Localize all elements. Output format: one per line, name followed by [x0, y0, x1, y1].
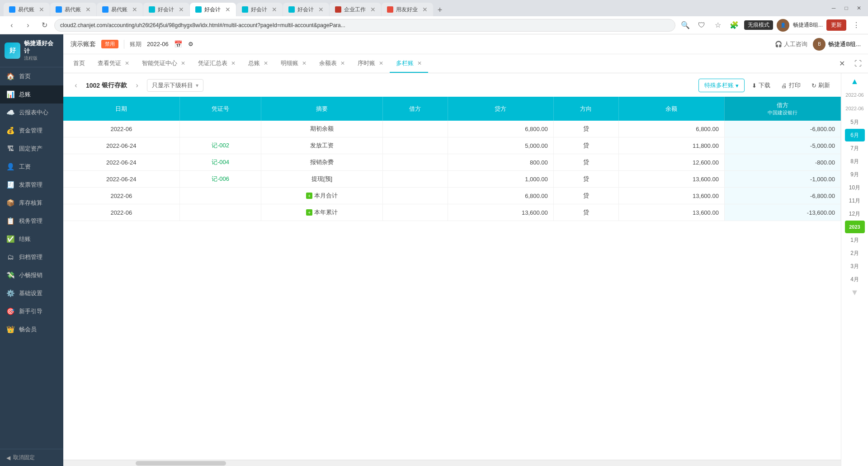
month-item-2[interactable]: 7月	[845, 142, 865, 155]
sidebar-item-畅会员[interactable]: 👑畅会员	[0, 320, 63, 339]
download-button[interactable]: ⬇ 下载	[748, 79, 774, 92]
tab-close-3[interactable]: ✕	[179, 6, 184, 13]
tab-close-2[interactable]: ✕	[132, 6, 137, 13]
more-menu-icon[interactable]: ⋮	[850, 19, 863, 32]
sidebar-item-库存核算[interactable]: 📦库存核算	[0, 194, 63, 212]
browser-tab-8[interactable]: 用友好业✕	[382, 3, 433, 16]
sidebar-item-结账[interactable]: ✅结账	[0, 230, 63, 248]
tab-expand-button[interactable]: ⛶	[852, 57, 864, 70]
star-icon[interactable]: ☆	[712, 19, 724, 32]
forward-button[interactable]: ›	[22, 19, 34, 32]
new-tab-button[interactable]: +	[434, 4, 446, 16]
month-item-12[interactable]: 4月	[845, 273, 865, 286]
month-item-8[interactable]: 2023	[845, 221, 865, 233]
calendar-icon[interactable]: 📅	[174, 40, 183, 48]
shield-icon[interactable]: 🛡	[695, 19, 708, 32]
top-user[interactable]: B 畅捷通B组...	[813, 38, 861, 51]
month-item-0[interactable]: 5月	[845, 116, 865, 128]
tab-close-7[interactable]: ✕	[370, 6, 376, 13]
refresh-button[interactable]: ↻ 刷新	[808, 79, 834, 92]
page-tab-close-2[interactable]: ✕	[181, 60, 185, 66]
page-tab-查看凭证[interactable]: 查看凭证✕	[91, 55, 136, 73]
month-item-6[interactable]: 11月	[845, 194, 865, 207]
month-item-3[interactable]: 8月	[845, 155, 865, 168]
browser-user-avatar[interactable]: 👤	[777, 19, 789, 32]
page-tab-余额表[interactable]: 余额表✕	[313, 55, 351, 73]
browser-tab-2[interactable]: 易代账✕	[97, 3, 143, 16]
page-tab-首页[interactable]: 首页	[67, 55, 91, 73]
page-tab-close-7[interactable]: ✕	[379, 60, 383, 66]
special-multi-btn[interactable]: 特殊多栏账 ▾	[698, 79, 745, 92]
cell-voucher-1[interactable]: 记-002	[179, 137, 261, 154]
browser-tab-3[interactable]: 好会计✕	[143, 3, 189, 16]
month-item-1[interactable]: 6月	[845, 129, 865, 141]
month-item-7[interactable]: 12月	[845, 207, 865, 220]
close-button[interactable]: ✕	[854, 3, 864, 14]
page-tab-close-5[interactable]: ✕	[302, 60, 307, 66]
sidebar-item-首页[interactable]: 🏠首页	[0, 67, 63, 85]
minimize-button[interactable]: ─	[828, 3, 839, 14]
sidebar-footer[interactable]: ◀ 取消固定	[0, 449, 63, 466]
sidebar-item-总账[interactable]: 📊总账	[0, 85, 63, 104]
sidebar-item-税务管理[interactable]: 📋税务管理	[0, 212, 63, 230]
tab-close-8[interactable]: ✕	[422, 6, 428, 13]
browser-tab-0[interactable]: 易代账✕	[4, 3, 50, 16]
next-account-button[interactable]: ›	[132, 80, 142, 91]
sidebar-item-工资[interactable]: 👤工资	[0, 158, 63, 176]
page-tab-总账[interactable]: 总账✕	[242, 55, 274, 73]
sidebar-item-资金管理[interactable]: 💰资金管理	[0, 122, 63, 140]
print-button[interactable]: 🖨 打印	[778, 79, 804, 92]
page-tab-close-3[interactable]: ✕	[231, 60, 236, 66]
browser-tab-1[interactable]: 易代账✕	[50, 3, 96, 16]
page-tab-序时账[interactable]: 序时账✕	[351, 55, 390, 73]
settings-icon[interactable]: ⚙	[188, 41, 193, 47]
browser-tab-4[interactable]: 好会计✕	[190, 3, 236, 16]
search-icon[interactable]: 🔍	[679, 19, 692, 32]
back-button[interactable]: ‹	[5, 19, 18, 32]
scroll-thumb[interactable]	[136, 461, 226, 466]
sidebar-item-归档管理[interactable]: 🗂归档管理	[0, 248, 63, 266]
page-tab-明细账[interactable]: 明细账✕	[274, 55, 313, 73]
month-item-4[interactable]: 9月	[845, 168, 865, 181]
page-tab-close-8[interactable]: ✕	[417, 60, 422, 66]
sidebar-item-云报表中心[interactable]: ☁️云报表中心	[0, 104, 63, 122]
tab-close-6[interactable]: ✕	[318, 6, 324, 13]
month-item-10[interactable]: 2月	[845, 247, 865, 259]
sidebar-item-基础设置[interactable]: ⚙️基础设置	[0, 284, 63, 302]
sidebar-item-小畅报销[interactable]: 💸小畅报销	[0, 266, 63, 284]
page-tab-close-4[interactable]: ✕	[264, 60, 268, 66]
no-trace-mode[interactable]: 无痕模式	[744, 20, 773, 30]
subcategory-filter[interactable]: 只显示下级科目 ▾	[147, 79, 203, 92]
browser-tab-7[interactable]: 企业工作✕	[330, 3, 381, 16]
page-tab-close-1[interactable]: ✕	[125, 60, 129, 66]
horizontal-scrollbar[interactable]	[63, 460, 841, 466]
scroll-up-button[interactable]: ▲	[851, 77, 859, 86]
update-button[interactable]: 更新	[826, 19, 846, 31]
cell-voucher-3[interactable]: 记-006	[179, 171, 261, 188]
tab-close-1[interactable]: ✕	[85, 6, 91, 13]
extension-icon[interactable]: 🧩	[728, 19, 741, 32]
prev-account-button[interactable]: ‹	[71, 80, 81, 91]
scroll-down-button[interactable]: ▼	[851, 288, 859, 297]
page-tab-close-6[interactable]: ✕	[340, 60, 345, 66]
consult-button[interactable]: 🎧 人工咨询	[775, 40, 807, 48]
browser-tab-6[interactable]: 好会计✕	[283, 3, 329, 16]
sidebar-item-发票管理[interactable]: 🧾发票管理	[0, 176, 63, 194]
month-item-11[interactable]: 3月	[845, 260, 865, 273]
cell-voucher-2[interactable]: 记-004	[179, 154, 261, 171]
address-input[interactable]	[54, 19, 675, 32]
month-item-9[interactable]: 1月	[845, 234, 865, 246]
page-tab-多栏账[interactable]: 多栏账✕	[390, 55, 428, 73]
tab-close-0[interactable]: ✕	[39, 6, 44, 13]
month-item-5[interactable]: 10月	[845, 181, 865, 194]
page-tab-智能凭证中心[interactable]: 智能凭证中心✕	[136, 55, 192, 73]
sidebar-item-新手引导[interactable]: 🎯新手引导	[0, 302, 63, 320]
tab-close-5[interactable]: ✕	[272, 6, 277, 13]
maximize-button[interactable]: □	[841, 3, 852, 14]
browser-tab-5[interactable]: 好会计✕	[236, 3, 283, 16]
page-tab-凭证汇总表[interactable]: 凭证汇总表✕	[192, 55, 242, 73]
reload-button[interactable]: ↻	[38, 19, 51, 32]
tab-collapse-button[interactable]: ✕	[835, 57, 848, 70]
tab-close-4[interactable]: ✕	[225, 6, 231, 13]
sidebar-item-固定资产[interactable]: 🏗固定资产	[0, 140, 63, 158]
